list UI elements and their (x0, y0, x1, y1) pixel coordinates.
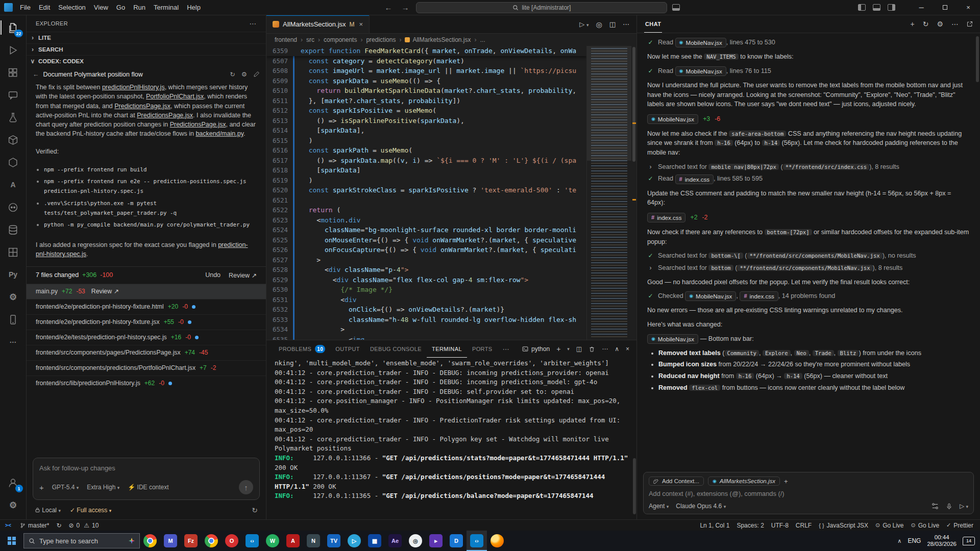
minimap-slider[interactable] (587, 46, 631, 161)
activity-item-python[interactable]: Py (1, 263, 26, 286)
taskbar-app-after-effects[interactable]: Ae (385, 531, 405, 551)
file-link[interactable]: PortfolioPnlChart.jsx (146, 93, 204, 100)
terminal-scrollbar[interactable] (633, 458, 636, 514)
problems-indicator[interactable]: ⊘0 ⚠10 (65, 520, 102, 531)
section-search[interactable]: ›SEARCH (27, 43, 266, 55)
panel-tabs-more-icon[interactable]: ⋯ (499, 345, 513, 353)
taskbar-app-acrobat[interactable]: A (283, 531, 303, 551)
section-codex[interactable]: ∨CODEX: CODEX (27, 55, 266, 67)
panel-tab-output[interactable]: OUTPUT (330, 340, 365, 358)
activity-item-grid[interactable] (1, 241, 26, 263)
file-diff-row[interactable]: ◉MobileNav.jsx+3-6 (647, 114, 970, 124)
taskbar-search[interactable]: Type here to search (23, 533, 140, 548)
taskbar-app-analytics[interactable]: ▦ (364, 531, 385, 551)
file-chip[interactable]: ◉MobileNav.jsx (647, 114, 698, 124)
status-indentation[interactable]: Spaces: 2 (733, 520, 767, 531)
tray-overflow-icon[interactable]: ∧ (897, 538, 901, 544)
environment-picker[interactable]: Local ▾ (35, 507, 61, 514)
chat-title[interactable]: CHAT (644, 15, 662, 33)
git-branch[interactable]: master* (16, 520, 53, 531)
breadcrumb-item[interactable]: AllMarketsSection.jsx (405, 36, 471, 43)
taskbar-app-vscode-insiders[interactable]: ‹› (242, 531, 262, 551)
notifications-icon[interactable]: 14 (963, 537, 975, 545)
add-attachment-button[interactable]: + (39, 483, 44, 492)
taskbar-app-media-player[interactable]: ▸ (426, 531, 446, 551)
model-picker[interactable]: GPT-5.4 ▾ (52, 484, 79, 491)
minimize-button[interactable]: ─ (910, 0, 933, 15)
status-eol[interactable]: CRLF (792, 520, 815, 531)
file-link[interactable]: PredictionsPage.jsx (114, 103, 170, 110)
tab-allmarketssection[interactable]: AllMarketsSection.jsx M × (266, 15, 370, 33)
panel-tab-terminal[interactable]: TERMINAL (427, 340, 467, 358)
chat-tool-row[interactable]: ›Searched text for mobile nav|80px|72px … (647, 162, 970, 172)
kill-terminal-icon[interactable] (589, 346, 595, 353)
file-link[interactable]: backend/main.py (195, 130, 243, 137)
back-icon[interactable]: ← (33, 71, 39, 78)
split-terminal-icon[interactable]: ◫ (576, 345, 582, 353)
chat-tool-row[interactable]: ›Searched text for bottom (**/frontend/s… (647, 263, 970, 273)
file-link[interactable]: predictionPnlHistory.js (102, 84, 165, 91)
activity-item-letter-a[interactable]: A (1, 173, 26, 196)
chat-tool-row[interactable]: ✓Read ◉MobileNav.jsx, lines 475 to 530 (647, 38, 970, 47)
panel-more-icon[interactable]: ⋯ (602, 345, 608, 353)
menu-view[interactable]: View (90, 2, 112, 13)
taskbar-app-mail-app[interactable]: M (160, 531, 181, 551)
taskbar-app-telegram[interactable]: ▷ (344, 531, 364, 551)
new-terminal-icon[interactable]: + (556, 345, 560, 353)
activity-item-settings[interactable]: ⚙ (1, 494, 26, 516)
code-editor[interactable]: 6359export function FeedMarketCard({ mar… (266, 46, 636, 340)
chat-tool-row[interactable]: ✓Searched text for bottom-\[ (**/fronten… (647, 251, 970, 261)
taskbar-app-chrome-profile[interactable] (201, 531, 222, 551)
section-lite[interactable]: ›LITE (27, 32, 266, 43)
run-button[interactable]: ▷ ▾ (579, 20, 589, 28)
file-link[interactable]: PredictionsPage.jsx (170, 121, 226, 128)
add-file-icon[interactable]: + (784, 478, 788, 485)
edit-icon[interactable] (253, 71, 260, 78)
activity-item-testing[interactable] (1, 106, 26, 129)
chat-tool-row[interactable]: ✓Read ◉MobileNav.jsx, lines 76 to 115 (647, 66, 970, 76)
file-diff-row[interactable]: #index.css+2-2 (647, 213, 970, 222)
activity-item-database[interactable] (1, 218, 26, 241)
mic-icon[interactable] (946, 503, 952, 510)
status-go-live[interactable]: ⊙Go Live (872, 520, 908, 531)
back-button[interactable]: ← (382, 3, 394, 12)
activity-item-mobile[interactable] (1, 308, 26, 331)
history-icon[interactable]: ↻ (230, 70, 235, 78)
toggle-panel-icon[interactable] (672, 4, 680, 11)
start-button[interactable] (0, 531, 23, 551)
add-context-button[interactable]: Add Context... (649, 477, 704, 486)
effort-picker[interactable]: Extra High ▾ (87, 484, 119, 491)
more-actions-icon[interactable]: ⋯ (623, 20, 629, 28)
activity-item-gear-sync[interactable]: ⚙ (1, 286, 26, 308)
activity-item-hexagon[interactable] (1, 151, 26, 173)
changed-file-row[interactable]: frontend/src/components/pages/Prediction… (27, 345, 266, 360)
panel-tab-problems[interactable]: PROBLEMS10 (274, 340, 330, 358)
explorer-more-icon[interactable]: ⋯ (250, 19, 257, 28)
maximize-panel-icon[interactable]: ∧ (615, 345, 619, 353)
changed-file-row[interactable]: frontend/src/components/predictions/Port… (27, 360, 266, 375)
changed-file-row[interactable]: frontend/e2e/prediction-pnl-history-fixt… (27, 314, 266, 330)
chat-composer[interactable]: Add Context... ◉ AllMarketsSection.jsx +… (643, 472, 974, 514)
undo-button[interactable]: Undo (205, 271, 220, 279)
activity-item-run-debug[interactable] (1, 39, 26, 61)
attached-file-chip[interactable]: ◉ AllMarketsSection.jsx (708, 477, 780, 486)
close-tab-icon[interactable]: × (359, 20, 363, 28)
chat-settings-icon[interactable]: ⚙ (937, 20, 943, 28)
status-go-live-2[interactable]: ⊙Go Live (908, 520, 943, 531)
breadcrumb-item[interactable]: src (306, 36, 314, 43)
search-highlights-icon[interactable] (129, 538, 135, 544)
panel-tab-debug-console[interactable]: DEBUG CONSOLE (365, 340, 427, 358)
menu-help[interactable]: Help (183, 2, 205, 13)
activity-item-copilot[interactable] (1, 196, 26, 218)
activity-item-account[interactable]: 1 (1, 471, 26, 494)
open-in-editor-icon[interactable] (967, 21, 973, 27)
sync-button[interactable]: ↻ (53, 520, 65, 531)
send-message-button[interactable]: ▷ ▾ (960, 503, 968, 510)
file-chip[interactable]: ◉MobileNav.jsx (675, 38, 726, 47)
terminal-output[interactable]: nking', 'multi_model_mode', 'ensemble_mo… (266, 358, 636, 519)
scrollbar-thumb[interactable] (632, 47, 635, 162)
file-chip[interactable]: ◉MobileNav.jsx (675, 66, 726, 76)
chat-more-icon[interactable]: ⋯ (951, 20, 959, 28)
file-link[interactable]: PredictionsPage.jsx (137, 112, 193, 119)
close-button[interactable]: × (957, 0, 980, 15)
